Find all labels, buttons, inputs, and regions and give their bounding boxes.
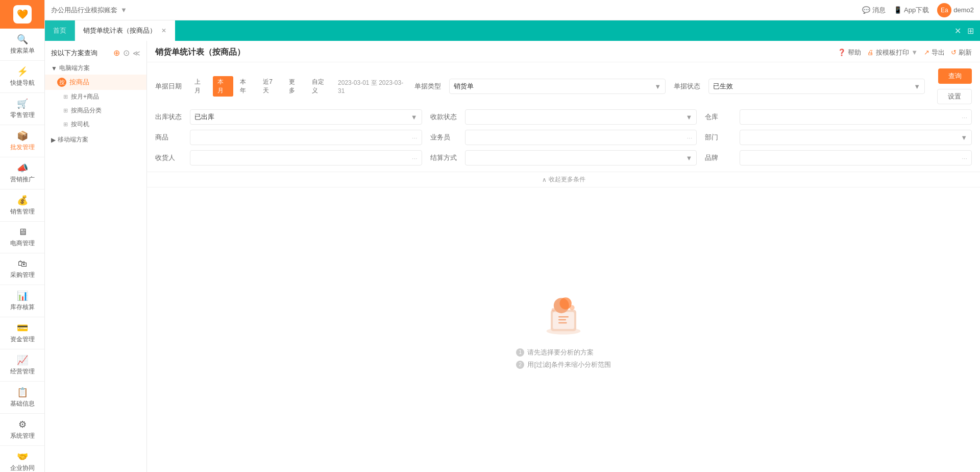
sidebar-item-operation[interactable]: 📈 经营管理 xyxy=(0,349,44,382)
pc-plan-group-title[interactable]: ▼ 电脑端方案 xyxy=(45,62,146,75)
brand-value[interactable]: ··· xyxy=(740,150,972,166)
sidebar-item-wholesale[interactable]: 📦 批发管理 xyxy=(0,125,44,157)
user-name: demo2 xyxy=(953,6,974,14)
pc-group-arrow: ▼ xyxy=(51,65,57,72)
goods-value[interactable]: ··· xyxy=(190,130,422,145)
sidebar-item-system-label: 系统管理 xyxy=(10,432,35,440)
tab-maximize-button[interactable]: ⊞ xyxy=(965,24,976,38)
plan-sub-month-goods[interactable]: ⊞ 按月+商品 xyxy=(45,90,146,104)
logo-area: 🧡 xyxy=(0,0,44,29)
type-value[interactable]: 销货单 ▼ xyxy=(449,79,666,94)
inventory-icon: 📊 xyxy=(17,290,28,301)
payment-dropdown-icon: ▼ xyxy=(685,154,692,162)
topbar-actions: 💬 消息 📱 App下载 Ea demo2 xyxy=(862,3,974,17)
salesman-label: 业务员 xyxy=(430,133,461,142)
plan-item-by-goods[interactable]: 按 按商品 xyxy=(45,75,146,90)
filter-type: 单据类型 销货单 ▼ xyxy=(414,79,666,94)
svg-rect-2 xyxy=(553,312,574,328)
mobile-plan-group-title[interactable]: ▶ 移动端方案 xyxy=(45,133,146,146)
topbar-user[interactable]: Ea demo2 xyxy=(937,3,974,17)
sidebar-item-ecom[interactable]: 🖥 电商管理 xyxy=(0,222,44,253)
plan-sub-category-label: 按商品分类 xyxy=(71,106,102,115)
sidebar-item-quick[interactable]: ⚡ 快捷导航 xyxy=(0,61,44,93)
settings-button[interactable]: 设置 xyxy=(937,89,972,104)
date-this-month[interactable]: 本月 xyxy=(213,76,234,97)
date-this-year[interactable]: 本年 xyxy=(235,76,256,97)
avatar-text: Ea xyxy=(941,7,948,14)
empty-illustration xyxy=(538,291,589,342)
salesman-value[interactable]: ··· xyxy=(465,130,697,145)
query-button[interactable]: 查询 xyxy=(938,68,972,84)
sidebar-item-corp[interactable]: 🤝 企业协同 xyxy=(0,446,44,472)
payment-label: 结算方式 xyxy=(430,153,461,162)
warehouse-value[interactable]: ··· xyxy=(740,109,972,125)
sidebar-item-basic[interactable]: 📋 基础信息 xyxy=(0,382,44,414)
sidebar-item-corp-label: 企业协同 xyxy=(10,464,35,472)
topbar-app-download[interactable]: 📱 App下载 xyxy=(894,6,929,15)
sidebar-item-retail[interactable]: 🛒 零售管理 xyxy=(0,93,44,125)
plan-sub-driver-label: 按司机 xyxy=(71,120,89,129)
date-label: 单据日期 xyxy=(155,82,186,91)
refresh-button[interactable]: ↺ 刷新 xyxy=(951,48,972,57)
tab-sales-stats[interactable]: 销货单统计表（按商品） ✕ xyxy=(75,20,175,41)
hint-2-text: 用[过滤]条件来缩小分析范围 xyxy=(527,360,610,369)
receiver-value[interactable]: ··· xyxy=(190,150,422,166)
quick-icon: ⚡ xyxy=(17,66,28,77)
empty-hint-2: 2 用[过滤]条件来缩小分析范围 xyxy=(516,360,610,369)
settings-plan-icon[interactable]: ⊙ xyxy=(123,48,130,58)
collapse-panel-icon[interactable]: ≪ xyxy=(133,49,140,57)
dept-value[interactable]: ▼ xyxy=(740,130,972,145)
tab-close-icon[interactable]: ✕ xyxy=(161,27,166,34)
collapse-button[interactable]: ∧ 收起更多条件 xyxy=(147,172,980,187)
stock-value[interactable]: 已出库 ▼ xyxy=(190,109,422,125)
tab-home[interactable]: 首页 xyxy=(45,20,75,41)
date-custom[interactable]: 自定义 xyxy=(307,76,334,97)
left-panel-title: 按以下方案查询 xyxy=(51,49,97,58)
receiver-dots: ··· xyxy=(412,154,418,162)
retail-icon: 🛒 xyxy=(17,98,28,109)
dept-label: 部门 xyxy=(705,133,736,142)
warehouse-label: 仓库 xyxy=(705,112,736,122)
sidebar-item-system[interactable]: ⚙ 系统管理 xyxy=(0,414,44,446)
hint-1-text: 请先选择要分析的方案 xyxy=(527,348,594,357)
plan-by-goods-icon: 按 xyxy=(57,78,66,87)
tabbar-btns: ✕ ⊞ xyxy=(952,24,980,38)
stock-label: 出库状态 xyxy=(155,112,186,122)
plan-sub-driver[interactable]: ⊞ 按司机 xyxy=(45,117,146,131)
date-7days[interactable]: 近7天 xyxy=(258,76,282,97)
sidebar-item-search-label: 搜索菜单 xyxy=(10,46,35,55)
sidebar-item-marketing[interactable]: 📣 营销推广 xyxy=(0,157,44,190)
add-plan-icon[interactable]: ⊕ xyxy=(113,48,120,58)
filter-brand: 品牌 ··· xyxy=(705,150,972,166)
type-label: 单据类型 xyxy=(414,82,445,91)
status-value[interactable]: 已生效 ▼ xyxy=(708,79,925,94)
svg-point-9 xyxy=(552,308,555,312)
plan-sub-category[interactable]: ⊞ 按商品分类 xyxy=(45,104,146,117)
sidebar-item-search[interactable]: 🔍 搜索菜单 xyxy=(0,29,44,61)
breadcrumb-dropdown-icon[interactable]: ▼ xyxy=(120,6,127,14)
tab-minimize-button[interactable]: ✕ xyxy=(952,24,963,38)
filter-row-1: 单据日期 上月 本月 本年 近7天 更多 自定义 2023-03-01 至 20… xyxy=(155,68,972,104)
sidebar-item-purchase[interactable]: 🛍 采购管理 xyxy=(0,253,44,285)
pay-value[interactable]: ▼ xyxy=(465,109,697,125)
sidebar-item-inventory[interactable]: 📊 库存核算 xyxy=(0,285,44,317)
help-button[interactable]: ❓ 帮助 xyxy=(838,48,861,57)
type-dropdown-icon: ▼ xyxy=(654,83,661,90)
date-last-month[interactable]: 上月 xyxy=(190,76,211,97)
collapse-up-icon: ∧ xyxy=(542,176,547,183)
action-btn-group: 查询 设置 xyxy=(937,68,972,104)
export-button[interactable]: ↗ 导出 xyxy=(924,48,945,57)
date-more[interactable]: 更多 xyxy=(284,76,305,97)
left-panel-header: 按以下方案查询 ⊕ ⊙ ≪ xyxy=(45,45,146,61)
topbar-message[interactable]: 💬 消息 xyxy=(862,6,886,15)
template-print-button[interactable]: 🖨 按模板打印 ▼ xyxy=(867,48,918,57)
type-text: 销货单 xyxy=(454,82,474,91)
payment-value[interactable]: ▼ xyxy=(465,150,697,166)
filter-warehouse: 仓库 ··· xyxy=(705,109,972,125)
topbar-breadcrumb: 办公用品行业模拟账套 ▼ xyxy=(51,6,858,15)
sidebar-item-sales[interactable]: 💰 销售管理 xyxy=(0,190,44,222)
wholesale-icon: 📦 xyxy=(17,130,28,141)
left-panel-actions: ⊕ ⊙ ≪ xyxy=(113,48,140,58)
filter-date: 单据日期 上月 本月 本年 近7天 更多 自定义 2023-03-01 至 20… xyxy=(155,76,406,97)
sidebar-item-finance[interactable]: 💳 资金管理 xyxy=(0,317,44,349)
